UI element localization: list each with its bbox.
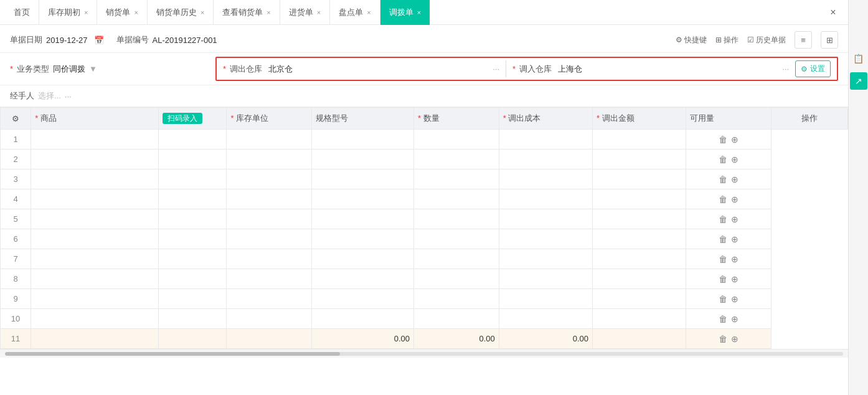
- history-button[interactable]: ☑ 历史单据: [747, 35, 786, 45]
- amount-cell[interactable]: [499, 189, 592, 209]
- copy-icon[interactable]: ⊕: [731, 174, 738, 184]
- cost-cell[interactable]: [414, 189, 499, 209]
- delete-icon[interactable]: 🗑: [719, 274, 727, 284]
- spec-cell[interactable]: [227, 289, 312, 309]
- product-cell[interactable]: [31, 130, 159, 150]
- copy-icon[interactable]: ⊕: [731, 334, 738, 344]
- unit-cell[interactable]: [159, 150, 227, 169]
- product-cell[interactable]: [31, 269, 159, 289]
- qty-cell[interactable]: [312, 269, 414, 289]
- delete-icon[interactable]: 🗑: [719, 234, 727, 244]
- amount-cell[interactable]: [499, 309, 592, 329]
- dropdown-icon[interactable]: ▼: [89, 64, 97, 74]
- qty-cell[interactable]: [312, 229, 414, 249]
- qty-cell[interactable]: [312, 130, 414, 150]
- copy-icon[interactable]: ⊕: [731, 214, 738, 224]
- amount-cell[interactable]: [499, 249, 592, 269]
- product-cell[interactable]: [31, 309, 159, 329]
- warehouse-in-more-button[interactable]: ···: [782, 64, 789, 74]
- product-cell[interactable]: [31, 189, 159, 209]
- available-cell[interactable]: [593, 269, 686, 289]
- scroll-thumb[interactable]: [5, 352, 340, 356]
- warehouse-in-value[interactable]: 上海仓: [558, 64, 582, 75]
- cost-cell[interactable]: [414, 130, 499, 150]
- copy-icon[interactable]: ⊕: [731, 254, 738, 264]
- unit-cell[interactable]: [159, 130, 227, 150]
- spec-cell[interactable]: [227, 229, 312, 249]
- close-icon[interactable]: ×: [84, 9, 88, 16]
- amount-cell[interactable]: [499, 169, 592, 189]
- close-icon[interactable]: ×: [317, 9, 321, 16]
- spec-cell[interactable]: [227, 189, 312, 209]
- product-cell[interactable]: [31, 209, 159, 229]
- copy-icon[interactable]: ⊕: [731, 234, 738, 244]
- copy-icon[interactable]: ⊕: [731, 194, 738, 204]
- business-type-value[interactable]: 同价调拨: [53, 64, 85, 75]
- operator-input[interactable]: 选择...: [38, 90, 61, 102]
- copy-icon[interactable]: ⊕: [731, 135, 738, 145]
- delete-icon[interactable]: 🗑: [719, 174, 727, 184]
- delete-icon[interactable]: 🗑: [719, 155, 727, 164]
- available-cell[interactable]: [593, 229, 686, 249]
- available-cell[interactable]: [593, 249, 686, 269]
- qty-cell[interactable]: [312, 150, 414, 169]
- cost-cell[interactable]: [414, 269, 499, 289]
- qty-cell[interactable]: [312, 289, 414, 309]
- copy-icon[interactable]: ⊕: [731, 294, 738, 304]
- copy-icon[interactable]: ⊕: [731, 314, 738, 324]
- unit-cell[interactable]: [159, 289, 227, 309]
- unit-cell[interactable]: [159, 229, 227, 249]
- close-icon[interactable]: ×: [417, 9, 421, 16]
- amount-cell[interactable]: [499, 209, 592, 229]
- product-cell[interactable]: [31, 329, 159, 349]
- close-icon[interactable]: ×: [200, 9, 204, 16]
- spec-cell[interactable]: [227, 150, 312, 169]
- close-icon[interactable]: ×: [134, 9, 138, 16]
- cost-cell[interactable]: [414, 150, 499, 169]
- product-cell[interactable]: [31, 229, 159, 249]
- available-cell[interactable]: [593, 130, 686, 150]
- unit-cell[interactable]: [159, 209, 227, 229]
- cost-cell[interactable]: [414, 289, 499, 309]
- cost-cell[interactable]: [414, 209, 499, 229]
- cost-cell[interactable]: [414, 229, 499, 249]
- unit-cell[interactable]: [159, 169, 227, 189]
- tab-stocktake[interactable]: 盘点单 ×: [330, 0, 380, 25]
- amount-cell[interactable]: [499, 130, 592, 150]
- scroll-bar-area[interactable]: [0, 349, 848, 358]
- col-settings-header[interactable]: ⚙: [1, 108, 31, 130]
- scan-button[interactable]: 扫码录入: [163, 113, 202, 124]
- tab-inventory-init[interactable]: 库存期初 ×: [39, 0, 97, 25]
- warehouse-out-value[interactable]: 北京仓: [268, 64, 293, 75]
- list-view-button[interactable]: ≡: [795, 31, 812, 49]
- cost-cell[interactable]: [414, 309, 499, 329]
- amount-cell[interactable]: [499, 150, 592, 169]
- copy-icon[interactable]: ⊕: [731, 274, 738, 284]
- spec-cell[interactable]: [227, 309, 312, 329]
- qty-cell[interactable]: [312, 309, 414, 329]
- scroll-track[interactable]: [5, 352, 843, 356]
- operation-button[interactable]: ⊞ 操作: [715, 35, 738, 45]
- spec-cell[interactable]: [227, 209, 312, 229]
- settings-button[interactable]: ⚙ 设置: [795, 60, 831, 77]
- qty-cell[interactable]: [312, 189, 414, 209]
- available-cell[interactable]: [593, 150, 686, 169]
- cost-cell[interactable]: [414, 249, 499, 269]
- tab-sales-order[interactable]: 销货单 ×: [97, 0, 147, 25]
- tab-view-sales[interactable]: 查看销货单 ×: [214, 0, 280, 25]
- product-cell[interactable]: [31, 289, 159, 309]
- available-cell[interactable]: [593, 209, 686, 229]
- qty-cell[interactable]: [312, 169, 414, 189]
- operator-more-button[interactable]: ···: [65, 92, 72, 101]
- product-cell[interactable]: [31, 249, 159, 269]
- tab-sales-history[interactable]: 销货单历史 ×: [148, 0, 214, 25]
- amount-cell[interactable]: [499, 269, 592, 289]
- delete-icon[interactable]: 🗑: [719, 334, 727, 344]
- spec-cell[interactable]: [227, 169, 312, 189]
- close-icon[interactable]: ×: [267, 9, 270, 16]
- delete-icon[interactable]: 🗑: [719, 135, 727, 145]
- qty-cell[interactable]: [312, 209, 414, 229]
- delete-icon[interactable]: 🗑: [719, 194, 727, 204]
- available-cell[interactable]: [593, 189, 686, 209]
- delete-icon[interactable]: 🗑: [719, 214, 727, 224]
